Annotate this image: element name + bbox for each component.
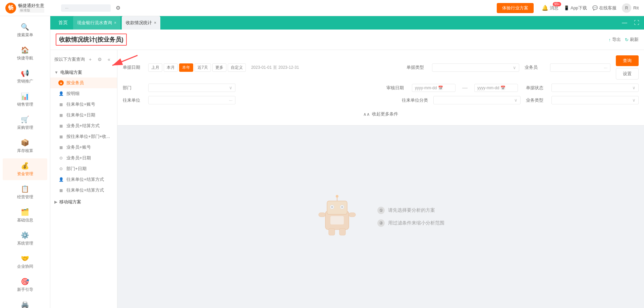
tab-cash-bank[interactable]: 现金银行流水查询 ×	[73, 16, 120, 30]
partner-account-icon: ▦	[58, 102, 64, 107]
enterprise-icon: 🤝	[21, 254, 29, 262]
trial-button[interactable]: 体验行业方案	[497, 3, 534, 13]
panel-collapse-button[interactable]: «	[105, 55, 113, 63]
purchase-icon: 🛒	[21, 115, 29, 123]
salesperson-account-icon: ▦	[58, 145, 64, 150]
partner-cat-arrow-icon: ∨	[514, 98, 518, 103]
sidebar-item-beginner[interactable]: 🎯 新手引导	[3, 274, 47, 296]
settings-icon[interactable]: ⚙	[113, 3, 123, 13]
partner-label: 往来单位	[123, 97, 143, 103]
query-button[interactable]: 查询	[616, 55, 639, 66]
doc-type-arrow-icon: ∨	[513, 65, 516, 70]
sidebar-item-system[interactable]: ⚙️ 系统管理	[3, 228, 47, 250]
doc-status-label: 单据状态	[526, 85, 546, 91]
add-scheme-button[interactable]: +	[86, 55, 94, 63]
review-date-from-input[interactable]: yyyy-mm-dd 📅	[412, 84, 455, 92]
doc-status-select[interactable]: ∨	[551, 84, 639, 92]
content-area: 首页 现金银行流水查询 × 收款情况统计 × — ⛶ 收款情况统计(按业务员)	[50, 16, 644, 308]
date-btn-custom[interactable]: 自定义	[228, 63, 246, 72]
search-menu-icon: 🔍	[21, 23, 29, 31]
sidebar-item-marketing[interactable]: 📢 营销推广	[3, 66, 47, 88]
user-profile-button[interactable]: R Rit	[622, 3, 639, 13]
app-download-button[interactable]: 📱 App下载	[564, 5, 587, 11]
tab-receivable-stats[interactable]: 收款情况统计 ×	[122, 16, 160, 30]
business-type-select[interactable]: ∨	[551, 96, 639, 104]
page-title: 收款情况统计(按业务员)	[56, 34, 127, 46]
svg-point-5	[341, 206, 343, 208]
sidebar-item-enterprise[interactable]: 🤝 企业协同	[3, 251, 47, 273]
export-icon: ↑	[609, 37, 611, 42]
scheme-item-salesperson-date[interactable]: ⊙ 业务员+日期	[50, 153, 117, 163]
partner-dept-icon: ▦	[58, 134, 64, 139]
date-btn-more[interactable]: 更多	[212, 63, 226, 72]
partner-more-icon: ···	[229, 98, 232, 103]
scheme-item-salesperson-account[interactable]: ▦ 业务员+账号	[50, 142, 117, 153]
tab-maximize-icon[interactable]: ⛶	[632, 18, 641, 28]
svg-rect-8	[319, 213, 325, 217]
sidebar-item-basic-info[interactable]: 🗂️ 基础信息	[3, 205, 47, 226]
tab-minimize-icon[interactable]: —	[620, 18, 629, 28]
page-content: 收款情况统计(按业务员) ↑ 导出 ↻ 刷新	[50, 30, 644, 308]
doc-type-select[interactable]: ∨	[432, 63, 519, 72]
salesperson-active-icon: ●	[58, 80, 64, 86]
notification-button[interactable]: 🔔 消息 99+	[542, 5, 558, 11]
filter-settings-button[interactable]: 设置	[616, 68, 639, 80]
sidebar-item-purchase[interactable]: 🛒 采购管理	[3, 112, 47, 134]
mobile-arrow-icon: ▶	[54, 200, 57, 204]
partner-settlement2-icon: ▦	[58, 188, 64, 193]
partner-date-icon: ▦	[58, 112, 64, 118]
date-dash: —	[461, 85, 469, 91]
date-btn-this-month[interactable]: 本月	[164, 63, 178, 72]
tab-home[interactable]: 首页	[53, 16, 73, 30]
scheme-item-partner-settlement1[interactable]: 👤 往来单位+结算方式	[50, 174, 117, 185]
sidebar-item-operations[interactable]: 📋 经营管理	[3, 182, 47, 203]
quick-nav-icon: 🏠	[21, 46, 29, 54]
desktop-scheme-title[interactable]: ▼ 电脑端方案	[50, 67, 117, 78]
scheme-item-dept-date[interactable]: ⊙ 部门+日期	[50, 163, 117, 174]
date-btn-this-year[interactable]: 本年	[179, 63, 193, 72]
mobile-scheme-section[interactable]: ▶ 移动端方案	[50, 197, 117, 207]
tip-number-2: ②	[377, 219, 385, 227]
logo-area: 畅 畅捷通好生意 标准版	[5, 3, 56, 13]
finance-icon: 💰	[21, 162, 29, 170]
date-buttons-group: 上月 本月 本年 近7天 更多 自定义	[148, 63, 246, 72]
scheme-item-partner-account[interactable]: ▦ 往来单位+账号	[50, 99, 117, 110]
main-layout: 🔍 搜索菜单 🏠 快捷导航 📢 营销推广 📊 销售管理 🛒 采购管理 📦 库存核…	[0, 0, 644, 308]
department-select[interactable]: ∨	[148, 84, 235, 92]
scheme-item-partner-dept-collection[interactable]: ▦ 按往来单位+部门+收...	[50, 131, 117, 142]
date-btn-last-month[interactable]: 上月	[148, 63, 162, 72]
app-name: 畅捷通好生意	[18, 3, 44, 8]
filter-row-3: 往来单位 ··· 往来单位分类 ∨ 业务类型	[123, 96, 639, 104]
scheme-item-partner-date[interactable]: ▦ 往来单位+日期	[50, 110, 117, 120]
customer-service-button[interactable]: 💬 在线客服	[592, 5, 616, 11]
partner-select[interactable]: ···	[148, 96, 235, 104]
refresh-button[interactable]: ↻ 刷新	[625, 37, 639, 43]
partner-category-select[interactable]: ∨	[433, 96, 521, 104]
scheme-item-salesperson-settlement[interactable]: ▦ 业务员+结算方式	[50, 120, 117, 131]
sidebar: 🔍 搜索菜单 🏠 快捷导航 📢 营销推广 📊 销售管理 🛒 采购管理 📦 库存核…	[0, 16, 50, 308]
sidebar-item-smart-hardware[interactable]: 🖨️ 智能硬件	[3, 297, 47, 308]
scheme-settings-button[interactable]: ⚙	[96, 55, 104, 63]
tab-bar: 首页 现金银行流水查询 × 收款情况统计 × — ⛶	[50, 16, 644, 30]
app-logo-icon: 畅	[5, 3, 16, 13]
date-btn-7days[interactable]: 近7天	[195, 63, 211, 72]
sidebar-item-inventory[interactable]: 📦 库存核算	[3, 135, 47, 157]
export-button[interactable]: ↑ 导出	[609, 37, 621, 43]
review-date-to-input[interactable]: yyyy-mm-dd 📅	[474, 84, 518, 92]
scheme-item-by-detail[interactable]: 👤 按明细	[50, 88, 117, 99]
scheme-item-partner-settlement2[interactable]: ▦ 往来单位+结算方式	[50, 185, 117, 196]
sidebar-item-finance[interactable]: 💰 资金管理	[3, 158, 47, 180]
date-label: 单据日期	[123, 64, 143, 70]
salesperson-select[interactable]: ···	[550, 63, 610, 72]
top-header: 畅 畅捷通好生意 标准版 ··· ⚙ 体验行业方案 🔔 消息 99+ 📱 App…	[0, 0, 644, 16]
svg-rect-9	[349, 213, 356, 217]
sidebar-item-search-menu[interactable]: 🔍 搜索菜单	[3, 19, 47, 41]
collapse-more-button[interactable]: ∧∧ 收起更多条件	[123, 108, 639, 120]
refresh-icon: ↻	[625, 37, 629, 42]
sidebar-item-quick-nav[interactable]: 🏠 快捷导航	[3, 43, 47, 64]
sidebar-item-sales[interactable]: 📊 销售管理	[3, 89, 47, 111]
empty-illustration	[317, 194, 357, 239]
tab-close-cash-bank[interactable]: ×	[114, 20, 116, 25]
scheme-item-by-salesperson[interactable]: ● 按业务员	[50, 78, 117, 88]
tab-close-receivable[interactable]: ×	[154, 20, 156, 25]
